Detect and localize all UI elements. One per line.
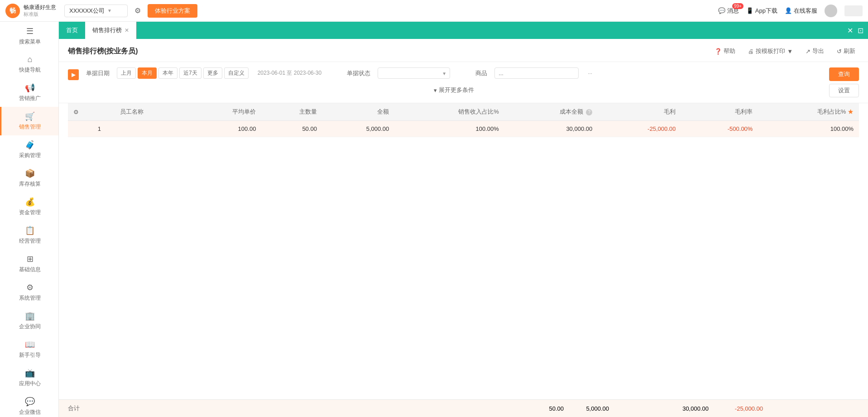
sidebar-item-search-order[interactable]: ☰ 搜索菜单 <box>0 22 58 50</box>
sidebar: ☰ 搜索菜单 ⌂ 快捷导航 📢 营销推广 🛒 销售管理 🧳 采购管理 📦 库存核… <box>0 22 59 417</box>
tab-maximize-button[interactable]: ⊡ <box>858 26 863 35</box>
row-profit-pct-cell: 100.00% <box>758 121 859 137</box>
sidebar-item-marketing[interactable]: 📢 营销推广 <box>0 78 58 107</box>
sidebar-item-wechat[interactable]: 💬 企业微信 <box>0 392 58 417</box>
app-download-button[interactable]: 📱 App下载 <box>746 7 777 15</box>
table-header-profit-rate: 毛利率 <box>681 103 758 121</box>
capital-icon: 💰 <box>25 197 35 207</box>
brand-logo: 畅 <box>5 4 20 18</box>
tab-sales-rank[interactable]: 销售排行榜 ✕ <box>85 22 136 39</box>
sidebar-item-inventory[interactable]: 📦 库存核算 <box>0 164 58 192</box>
service-icon: 👤 <box>785 7 792 14</box>
quick-nav-icon: ⌂ <box>28 55 33 64</box>
table-header-settings[interactable]: ⚙ <box>68 103 84 121</box>
current-year-btn[interactable]: 本年 <box>158 67 177 79</box>
help-button[interactable]: ❓ 帮助 <box>711 45 739 57</box>
row-employee-cell <box>115 121 188 137</box>
page-content: 销售排行榜(按业务员) ❓ 帮助 🖨 按模板打印 ▼ ↗ 导出 <box>59 39 868 417</box>
table-header-profit-pct: 毛利占比% ★ <box>758 103 859 121</box>
messages-button[interactable]: 💬 消息 99+ <box>718 7 739 15</box>
row-settings-cell <box>68 121 84 137</box>
inventory-icon: 📦 <box>25 168 35 178</box>
table-footer: 合计 50.00 5,000.00 30,000.00 -25,000.00 <box>59 399 868 417</box>
page-title: 销售排行榜(按业务员) <box>68 47 138 56</box>
sidebar-item-newbie[interactable]: 📖 新手引导 <box>0 335 58 364</box>
message-badge: 99+ <box>732 3 743 9</box>
enterprise-icon: 🏢 <box>25 311 35 321</box>
table-row: 1 100.00 50.00 5,000.00 100.00% 30,000.0… <box>68 121 859 137</box>
filter-row-1: 单据日期 上月 本月 本年 近7天 更多 自定义 2023-06-01 至 20… <box>86 67 822 79</box>
export-icon: ↗ <box>806 48 810 55</box>
tab-close-window-button[interactable]: ✕ <box>847 26 853 35</box>
sidebar-item-purchase[interactable]: 🧳 采购管理 <box>0 135 58 164</box>
sidebar-item-quick-nav[interactable]: ⌂ 快捷导航 <box>0 50 58 78</box>
row-profit-cell: -25,000.00 <box>598 121 681 137</box>
content-area: 首页 销售排行榜 ✕ ✕ ⊡ 销售排行榜(按业务员) ❓ 帮助 <box>59 22 868 417</box>
industry-solution-button[interactable]: 体验行业方案 <box>148 4 197 18</box>
footer-cost: 30,000.00 <box>660 405 714 412</box>
filter-expand-icon[interactable]: ▶ <box>68 69 79 80</box>
tab-home[interactable]: 首页 <box>59 22 85 39</box>
sidebar-item-appcenter[interactable]: 📺 应用中心 <box>0 364 58 392</box>
sidebar-item-enterprise[interactable]: 🏢 企业协同 <box>0 307 58 335</box>
operation-icon: 📋 <box>25 225 35 235</box>
page-actions: ❓ 帮助 🖨 按模板打印 ▼ ↗ 导出 ↺ 刷新 <box>711 45 859 57</box>
search-order-icon: ☰ <box>26 26 34 36</box>
expand-more-row: ▾ 展开更多条件 <box>86 82 822 94</box>
table-header-profit: 毛利 <box>598 103 681 121</box>
company-selector[interactable]: XXXXXX公司 ▼ <box>64 5 128 17</box>
sidebar-item-basic[interactable]: ⊞ 基础信息 <box>0 249 58 278</box>
current-month-btn[interactable]: 本月 <box>138 67 157 79</box>
row-sales-pct-cell: 100.00% <box>394 121 504 137</box>
help-icon: ❓ <box>715 48 722 55</box>
export-button[interactable]: ↗ 导出 <box>802 45 828 57</box>
sidebar-item-capital[interactable]: 💰 资金管理 <box>0 192 58 221</box>
more-date-btn[interactable]: 更多 <box>203 67 222 79</box>
goods-input[interactable] <box>494 67 579 79</box>
online-service-button[interactable]: 👤 在线客服 <box>785 7 817 15</box>
sidebar-item-operation[interactable]: 📋 经营管理 <box>0 221 58 249</box>
template-print-button[interactable]: 🖨 按模板打印 ▼ <box>744 45 796 57</box>
row-rank-cell: 1 <box>84 121 115 137</box>
expand-more-button[interactable]: ▾ 展开更多条件 <box>434 86 474 94</box>
table-header-avg-price: 平均单价 <box>188 103 261 121</box>
print-dropdown-icon: ▼ <box>787 48 793 55</box>
company-dropdown-arrow: ▼ <box>107 8 112 13</box>
page-header: 销售排行榜(按业务员) ❓ 帮助 🖨 按模板打印 ▼ ↗ 导出 <box>59 39 868 62</box>
cost-help-icon[interactable]: ? <box>586 109 592 115</box>
last-month-btn[interactable]: 上月 <box>117 67 136 79</box>
tab-bar: 首页 销售排行榜 ✕ ✕ ⊡ <box>59 22 868 39</box>
basic-icon: ⊞ <box>27 254 34 264</box>
refresh-button[interactable]: ↺ 刷新 <box>833 45 859 57</box>
sidebar-item-sales[interactable]: 🛒 销售管理 <box>0 107 58 135</box>
brand-text: 畅康通好生意 标准版 <box>24 4 56 18</box>
settings-icon-button[interactable]: ⚙ <box>131 5 144 17</box>
tab-bar-right: ✕ ⊡ <box>847 26 868 35</box>
user-avatar[interactable] <box>825 5 837 17</box>
last-7-days-btn[interactable]: 近7天 <box>179 67 201 79</box>
table-header-sales-pct: 销售收入占比% <box>394 103 504 121</box>
appcenter-icon: 📺 <box>25 368 35 378</box>
custom-date-btn[interactable]: 自定义 <box>224 67 249 79</box>
header-right: 💬 消息 99+ 📱 App下载 👤 在线客服 <box>718 5 863 17</box>
newbie-icon: 📖 <box>25 340 35 350</box>
tab-close-icon[interactable]: ✕ <box>125 28 129 33</box>
main-layout: ☰ 搜索菜单 ⌂ 快捷导航 📢 营销推广 🛒 销售管理 🧳 采购管理 📦 库存核… <box>0 22 868 417</box>
profit-pct-star: ★ <box>848 108 854 115</box>
sidebar-item-system[interactable]: ⚙ 系统管理 <box>0 278 58 307</box>
table-header-cost: 成本全额 ? <box>504 103 598 121</box>
footer-amount: 5,000.00 <box>569 405 614 412</box>
row-amount-cell: 5,000.00 <box>322 121 394 137</box>
status-select-wrap <box>378 67 450 79</box>
refresh-icon: ↺ <box>837 48 842 55</box>
expand-chevron-icon: ▾ <box>434 87 437 94</box>
row-avg-price-cell: 100.00 <box>188 121 261 137</box>
system-icon: ⚙ <box>26 283 34 292</box>
status-select[interactable] <box>378 67 450 79</box>
table-header-employee: 员工名称 <box>115 103 188 121</box>
filter-settings-button[interactable]: 设置 <box>829 84 859 97</box>
message-icon: 💬 <box>718 7 725 14</box>
row-cost-cell: 30,000.00 <box>504 121 598 137</box>
row-profit-rate-cell: -500.00% <box>681 121 758 137</box>
query-button[interactable]: 查询 <box>829 67 859 81</box>
